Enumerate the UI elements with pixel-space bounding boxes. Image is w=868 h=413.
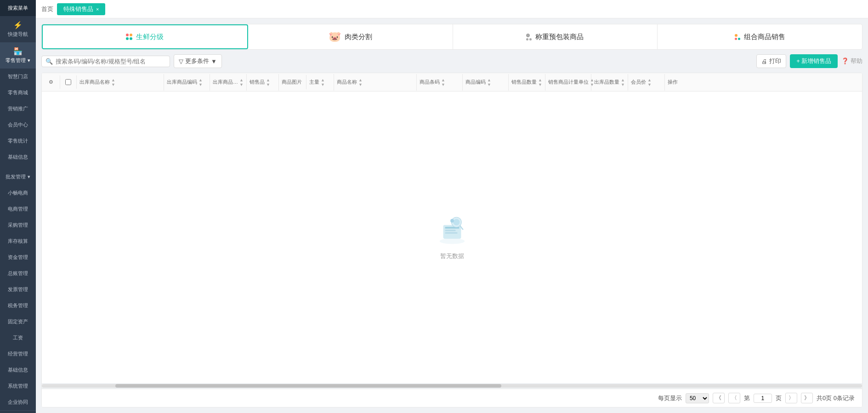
per-page-select[interactable]: 50 10 20 100 — [686, 393, 709, 403]
empty-state: 暂无数据 — [434, 214, 471, 260]
th-sale-item[interactable]: 销售品 ▲▼ — [247, 74, 279, 91]
sidebar-item-retail-mgmt[interactable]: 🏪 零售管理 ▾ — [0, 42, 36, 69]
th-sale-qty[interactable]: 销售品数量 ▲▼ — [509, 74, 545, 91]
data-table: ⚙ 出库商品名称 ▲▼ 出库商品编码 ▲▼ 出库商品… ▲▼ 销售品 — [41, 73, 862, 407]
sidebar-item-new-guide[interactable]: 新手引导 — [0, 411, 36, 413]
th-gear[interactable]: ⚙ — [42, 75, 60, 89]
th-goods-img[interactable]: 商品图片 — [279, 75, 306, 89]
page-input[interactable] — [754, 394, 772, 403]
main-content: 首页 特殊销售品 × — [36, 0, 868, 413]
th-check[interactable] — [60, 75, 77, 89]
tab-fresh-grade[interactable]: 生鲜分级 — [42, 24, 248, 49]
filter-button[interactable]: ▽ 更多条件 ▼ — [174, 54, 222, 68]
print-button[interactable]: 🖨 打印 — [756, 54, 786, 68]
th-out-qty[interactable]: 出库品数量 ▲▼ — [591, 74, 628, 91]
th-goods-name[interactable]: 商品名称 ▲▼ — [334, 74, 417, 91]
th-member-price-label: 会员价 — [631, 79, 646, 86]
first-page-button[interactable]: 《 — [713, 393, 725, 403]
sidebar-item-basic-info2[interactable]: 基础信息 — [0, 362, 36, 378]
select-all-checkbox[interactable] — [65, 79, 71, 85]
th-member-price[interactable]: 会员价 ▲▼ — [628, 74, 665, 91]
topbar: 首页 特殊销售品 × — [36, 0, 868, 18]
sidebar-item-label: 小畅电商 — [8, 189, 28, 196]
sidebar-item-label: 经营管理 — [8, 350, 28, 357]
sidebar-item-label: 企业协同 — [8, 399, 28, 406]
sidebar-item-ecommerce-mgmt[interactable]: 电商管理 — [0, 201, 36, 217]
sidebar-item-label: 资金管理 — [8, 254, 28, 261]
sidebar-item-label: 系统管理 — [8, 383, 28, 390]
horizontal-scrollbar[interactable] — [42, 383, 862, 389]
content-area: 生鲜分级 🐷 肉类分割 称重预包装商品 — [36, 18, 868, 413]
retail-mgmt-icon: 🏪 — [13, 47, 23, 56]
tab-label: 特殊销售品 — [63, 5, 93, 13]
th-out-name[interactable]: 出库商品名称 ▲▼ — [77, 74, 164, 91]
th-goods-img-label: 商品图片 — [282, 79, 302, 86]
toolbar-right: 🖨 打印 + 新增销售品 ❓ 帮助 — [756, 54, 862, 68]
scrollbar-thumb[interactable] — [115, 384, 501, 388]
th-out-code-label: 出库商品编码 — [167, 79, 197, 86]
quick-nav-icon: ⚡ — [13, 21, 23, 29]
th-barcode[interactable]: 商品条码 ▲▼ — [417, 74, 463, 91]
print-label: 打印 — [769, 57, 781, 65]
th-out-qty-label: 出库品数量 — [594, 79, 619, 86]
sidebar-item-mini-ecommerce[interactable]: 小畅电商 — [0, 185, 36, 201]
filter-label: 更多条件 — [185, 57, 209, 65]
th-op: 操作 — [665, 75, 862, 89]
sidebar-item-label: 固定资产 — [8, 318, 28, 325]
tab-weight-prepack[interactable]: 称重预包装商品 — [453, 24, 658, 49]
sidebar-item-retail-mall[interactable]: 零售商城 — [0, 85, 36, 101]
sidebar-item-general-ledger[interactable]: 总账管理 — [0, 265, 36, 281]
sidebar-item-member-center[interactable]: 会员中心 — [0, 117, 36, 133]
sidebar-item-ops-mgmt[interactable]: 经营管理 — [0, 346, 36, 362]
breadcrumb-home[interactable]: 首页 — [41, 5, 53, 13]
th-sale-unit-label: 销售商品计量单位 — [548, 79, 589, 86]
sidebar-item-label: 批发管理 ▾ — [6, 173, 30, 180]
sidebar-item-tax-mgmt[interactable]: 税务管理 — [0, 298, 36, 314]
help-label: 帮助 — [851, 57, 862, 64]
sidebar: 搜索菜单 ⚡ 快捷导航 🏪 零售管理 ▾ 智慧门店 零售商城 营销推广 会员中心… — [0, 0, 36, 413]
help-button[interactable]: ❓ 帮助 — [841, 57, 862, 65]
empty-text: 暂无数据 — [440, 252, 464, 260]
search-box[interactable]: 🔍 — [41, 56, 170, 67]
add-button[interactable]: + 新增销售品 — [790, 54, 838, 68]
sidebar-item-fixed-assets[interactable]: 固定资产 — [0, 314, 36, 330]
sidebar-item-inventory[interactable]: 库存核算 — [0, 233, 36, 249]
sidebar-item-purchase-mgmt[interactable]: 采购管理 — [0, 217, 36, 233]
sidebar-item-label: 库存核算 — [8, 238, 28, 245]
th-goods-code-label: 商品编码 — [465, 79, 486, 86]
sidebar-item-smart-store[interactable]: 智慧门店 — [0, 69, 36, 85]
th-out-code[interactable]: 出库商品编码 ▲▼ — [164, 74, 210, 91]
tab-meat-cut[interactable]: 🐷 肉类分割 — [248, 24, 453, 49]
tab-combo-sale[interactable]: 组合商品销售 — [658, 24, 862, 49]
th-sale-qty-label: 销售品数量 — [511, 79, 537, 86]
next-page-button[interactable]: 〉 — [785, 393, 797, 403]
sidebar-item-label: 总账管理 — [8, 270, 28, 277]
th-goods-code[interactable]: 商品编码 ▲▼ — [463, 74, 509, 91]
sidebar-item-sys-mgmt[interactable]: 系统管理 — [0, 378, 36, 394]
sidebar-item-basic-info[interactable]: 基础信息 — [0, 149, 36, 165]
sidebar-item-capital-mgmt[interactable]: 资金管理 — [0, 249, 36, 265]
sidebar-item-wages[interactable]: 工资 — [0, 330, 36, 346]
close-icon[interactable]: × — [96, 6, 99, 12]
sort-icon: ▲▼ — [199, 78, 203, 87]
toolbar: 🔍 ▽ 更多条件 ▼ 🖨 打印 + 新增销售品 ❓ 帮助 — [41, 54, 862, 68]
th-weight[interactable]: 主量 ▲▼ — [306, 74, 334, 91]
th-out-name-label: 出库商品名称 — [79, 79, 110, 86]
th-out-spec[interactable]: 出库商品… ▲▼ — [210, 74, 247, 91]
combo-sale-label: 组合商品销售 — [744, 33, 785, 41]
sidebar-item-company-coop[interactable]: 企业协同 — [0, 394, 36, 410]
sidebar-item-retail-stats[interactable]: 零售统计 — [0, 133, 36, 149]
sidebar-item-quick-nav[interactable]: ⚡ 快捷导航 — [0, 16, 36, 42]
sort-icon: ▲▼ — [441, 78, 445, 87]
sidebar-item-label: 基础信息 — [8, 154, 28, 161]
sidebar-item-invoice-mgmt[interactable]: 发票管理 — [0, 281, 36, 298]
th-sale-unit[interactable]: 销售商品计量单位 ▲▼ — [545, 74, 591, 91]
current-tab[interactable]: 特殊销售品 × — [57, 3, 105, 15]
sidebar-item-wholesale-mgmt[interactable]: 批发管理 ▾ — [0, 169, 36, 185]
prev-page-button[interactable]: 〈 — [728, 393, 740, 403]
sidebar-item-sales-promo[interactable]: 营销推广 — [0, 101, 36, 117]
weight-prepack-label: 称重预包装商品 — [535, 33, 584, 41]
svg-point-0 — [439, 238, 464, 244]
last-page-button[interactable]: 》 — [801, 393, 813, 403]
search-input[interactable] — [56, 58, 166, 65]
